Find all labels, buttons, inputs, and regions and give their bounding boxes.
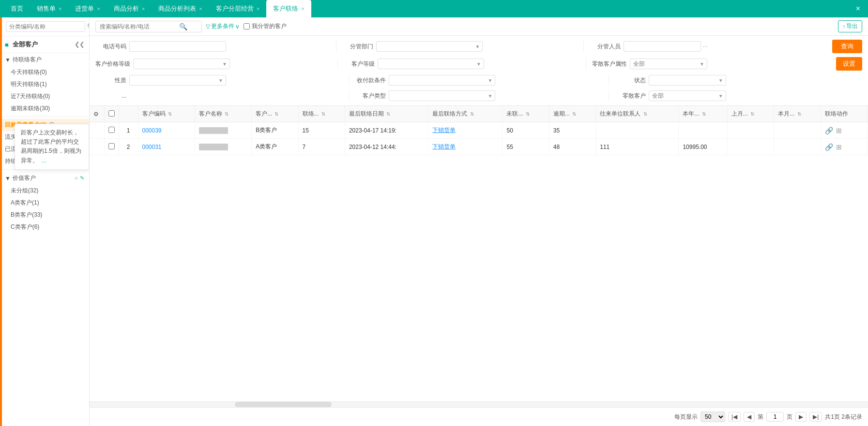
manager-more-icon[interactable]: ··· [701,43,710,50]
my-customers-checkbox[interactable] [244,23,250,29]
pagination-prev-btn[interactable]: ◀ [744,412,755,422]
sidebar-item-ungrouped[interactable]: 未分组(32) [0,185,89,197]
row1-action-link-icon[interactable]: 🔗 [825,127,833,134]
sidebar-item-today[interactable]: 今天待联络(0) [0,66,89,78]
sidebar-search-input[interactable] [6,21,85,32]
sidebar-item-overdue[interactable]: 逾期未联络(30) [0,103,89,115]
sort-overdue-icon[interactable]: ⇅ [572,111,576,117]
nav-product-list-close[interactable]: × [199,0,202,17]
sidebar-collapse-btn[interactable]: ❮❮ [75,41,84,48]
window-close-button[interactable]: × [852,4,864,13]
setting-button[interactable]: 设置 [836,57,862,71]
sidebar-group-value-customers[interactable]: ▼ 价值客户 ○ ✎ [0,172,89,185]
sort-type-icon[interactable]: ⇅ [274,111,278,117]
value-group-circle-btn[interactable]: ○ [75,175,78,181]
manager-label: 分管人员 [590,43,624,51]
query-button[interactable]: 查询 [832,40,862,53]
row2-action-grid-icon[interactable]: ⊞ [836,143,842,151]
per-page-select[interactable]: 50 100 [700,411,725,422]
col-header-check[interactable] [104,106,119,122]
col-header-last-month[interactable]: 上月... ⇅ [727,106,774,122]
row2-name[interactable] [195,139,251,155]
export-button[interactable]: ↑ 导出 [838,20,862,32]
value-group-edit-btn[interactable]: ✎ [80,175,84,181]
sidebar-item-tomorrow[interactable]: 明天待联络(1) [0,78,89,90]
sidebar-item-b-class[interactable]: B类客户(33) [0,209,89,221]
adv-field-retail-customer: 零散客户 ▼ [615,90,862,101]
sort-name-icon[interactable]: ⇅ [225,111,228,117]
row2-last-contact-method[interactable]: 下销货单 [428,139,503,155]
sort-contact-icon[interactable]: ⇅ [321,111,325,117]
customer-type-input[interactable] [389,90,495,101]
nav-product-analysis[interactable]: 商品分析 × [107,0,152,17]
payment-input[interactable] [389,75,495,86]
nav-customer-contact-close[interactable]: × [301,0,304,17]
nav-home[interactable]: 首页 [4,0,30,17]
col-header-this-year[interactable]: 本年... ⇅ [679,106,727,122]
nav-customer-contact[interactable]: 客户联络 × [266,0,311,17]
phone-input[interactable] [129,41,226,52]
row1-action-grid-icon[interactable]: ⊞ [836,127,842,134]
sort-contact-person-icon[interactable]: ⇅ [643,111,647,117]
row1-contact: 15 [298,122,345,139]
manager-input[interactable] [624,41,701,52]
nav-product-analysis-close[interactable]: × [142,0,145,17]
sidebar-search-icon[interactable]: 🔍 [87,23,90,30]
col-header-last-contact-method[interactable]: 最后联络方式 ⇅ [428,106,503,122]
row2-code[interactable]: 000031 [138,139,195,155]
customer-level-input[interactable] [378,59,484,69]
more-conditions-btn[interactable]: ▽ 更多条件 ∨ [206,22,240,30]
row1-code[interactable]: 000039 [138,122,195,139]
pagination-first-btn[interactable]: |◀ [728,412,741,422]
col-header-settings[interactable]: ⚙ [90,106,104,122]
gender-input[interactable] [129,75,226,86]
row2-action-link-icon[interactable]: 🔗 [825,143,833,151]
sidebar-item-a-class[interactable]: A类客户(1) [0,197,89,209]
col-header-code[interactable]: 客户编码 ⇅ [138,106,195,122]
sort-uncontacted-icon[interactable]: ⇅ [526,111,530,117]
select-all-checkbox[interactable] [108,110,115,117]
nav-sales-close[interactable]: × [59,0,61,17]
row2-checkbox[interactable] [108,143,115,149]
nav-product-list[interactable]: 商品分析列表 × [152,0,209,17]
col-header-type[interactable]: 客户... ⇅ [252,106,298,122]
sort-year-icon[interactable]: ⇅ [702,111,706,117]
filter-search-icon[interactable]: 🔍 [179,23,187,30]
tooltip-more-link[interactable]: ... [42,157,46,164]
nav-purchase[interactable]: 进货单 × [68,0,107,17]
col-header-this-month[interactable]: 本月... ⇅ [774,106,821,122]
sort-last-month-icon[interactable]: ⇅ [750,111,754,117]
price-level-input[interactable] [133,59,230,69]
col-header-overdue[interactable]: 逾期... ⇅ [549,106,595,122]
row1-name[interactable] [195,122,251,139]
nav-customer-segment[interactable]: 客户分层经营 × [209,0,266,17]
row1-checkbox[interactable] [108,127,115,133]
retail-customer-input[interactable] [649,90,726,101]
col-header-last-contact-date[interactable]: 最后联络日期 ⇅ [345,106,428,122]
nav-sales[interactable]: 销售单 × [30,0,68,17]
pagination-next-btn[interactable]: ▶ [795,412,807,422]
nav-purchase-close[interactable]: × [97,0,100,17]
dept-input[interactable] [376,41,483,52]
col-header-contact[interactable]: 联络... ⇅ [298,106,345,122]
horizontal-scrollbar[interactable] [90,401,868,407]
retail-attr-input[interactable] [630,59,707,69]
sort-this-month-icon[interactable]: ⇅ [797,111,801,117]
nav-customer-segment-close[interactable]: × [257,0,259,17]
status-input[interactable] [649,75,726,86]
sort-date-icon[interactable]: ⇅ [386,111,390,117]
col-header-name[interactable]: 客户名称 ⇅ [195,106,251,122]
sidebar-group-pending[interactable]: ▼ 待联络客户 [0,53,89,66]
pagination-last-btn[interactable]: ▶| [809,412,822,422]
col-header-contact-person[interactable]: 往来单位联系人 ⇅ [596,106,679,122]
col-header-uncontacted[interactable]: 未联... ⇅ [503,106,549,122]
row1-check[interactable] [104,122,119,139]
sort-method-icon[interactable]: ⇅ [470,111,474,117]
filter-search-input[interactable] [100,23,177,30]
sidebar-item-7days[interactable]: 近7天待联络(0) [0,90,89,103]
row1-last-contact-method[interactable]: 下销货单 [428,122,503,139]
sidebar-item-c-class[interactable]: C类客户(6) [0,221,89,233]
pagination-page-input[interactable] [766,412,784,422]
sort-code-icon[interactable]: ⇅ [168,111,172,117]
row2-check[interactable] [104,139,119,155]
